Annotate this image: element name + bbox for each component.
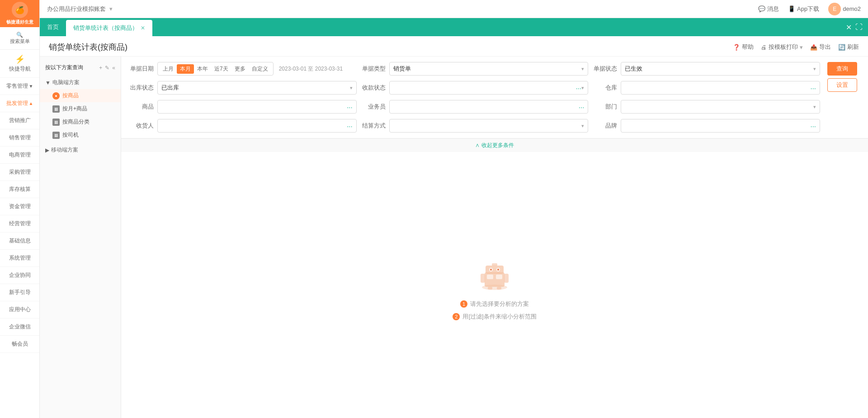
scheme-group-collapse-icon: ▶ — [45, 147, 49, 153]
doc-status-label: 单据状态 — [594, 65, 617, 73]
sidebar-item-app-center[interactable]: 应用中心 — [0, 301, 39, 318]
export-btn[interactable]: 📤 导出 — [810, 43, 831, 51]
date-btn-custom[interactable]: 自定义 — [249, 64, 271, 74]
product-input[interactable]: ··· — [157, 100, 357, 114]
doc-status-select[interactable]: 已生效 ▾ — [621, 62, 820, 76]
filter-salesperson: 业务员 ··· — [362, 100, 589, 114]
tip-text-1: 请先选择要分析的方案 — [470, 300, 529, 308]
scheme-group-pc-title[interactable]: ▼ 电脑端方案 — [40, 76, 121, 89]
filter-warehouse: 仓库 ··· — [594, 81, 820, 95]
scheme-item-icon: ▦ — [52, 105, 60, 113]
receiver-input[interactable]: ··· — [157, 119, 357, 133]
doc-type-dropdown-icon: ▾ — [581, 66, 584, 72]
scheme-item-by-printer[interactable]: ▦ 按司机 — [40, 128, 121, 142]
payment-status-select[interactable]: ··· ▾ — [389, 81, 589, 95]
page-content: 销货单统计表(按商品) ❓ 帮助 🖨 按模板打印 ▾ 📤 导出 🔄 刷新 — [40, 36, 868, 418]
query-area: 单据日期 上月 本月 本年 近7天 更多 自定义 — [121, 57, 868, 418]
help-icon: ❓ — [733, 44, 740, 51]
collapse-bar[interactable]: ∧ 收起更多条件 — [121, 138, 868, 152]
close-tab-icon[interactable]: ✕ — [141, 25, 145, 31]
ops-mgmt-label: 经营管理 — [9, 220, 31, 227]
query-button[interactable]: 查询 — [827, 62, 857, 76]
filter-receiver: 收货人 ··· — [130, 119, 357, 133]
tab-sales-stats[interactable]: 销货单统计表（按商品） ✕ — [66, 20, 152, 36]
scheme-item-by-product[interactable]: ● 按商品 — [40, 89, 121, 102]
sidebar-item-corp-wechat[interactable]: 企业微信 — [0, 318, 39, 336]
empty-state: 1 请先选择要分析的方案 2 用[过滤]条件来缩小分析范围 — [121, 152, 868, 418]
date-btn-more[interactable]: 更多 — [231, 64, 249, 74]
date-btn-this-year[interactable]: 本年 — [194, 64, 211, 74]
user-menu-btn[interactable]: E demo2 — [828, 3, 861, 15]
sidebar-item-basics[interactable]: 基础信息 — [0, 233, 39, 250]
warehouse-label: 仓库 — [594, 84, 617, 92]
receiver-label: 收货人 — [130, 122, 154, 130]
tab-home[interactable]: 首页 — [40, 18, 66, 36]
date-btn-this-month[interactable]: 本月 — [177, 64, 194, 74]
sidebar-item-corp-coop[interactable]: 企业协同 — [0, 267, 39, 284]
warehouse-input[interactable]: ··· — [621, 81, 820, 95]
fullscreen-icon[interactable]: ⛶ — [855, 23, 863, 31]
tip-text-2: 用[过滤]条件来缩小分析范围 — [462, 313, 536, 321]
sidebar-item-sys-mgmt[interactable]: 系统管理 — [0, 250, 39, 267]
payment-status-dropdown-icon: ▾ — [581, 85, 584, 91]
sidebar-item-search[interactable]: 🔍 搜索菜单 — [0, 27, 39, 50]
refresh-btn[interactable]: 🔄 刷新 — [838, 43, 859, 51]
filter-settlement: 结算方式 ▾ — [362, 119, 589, 133]
out-status-select[interactable]: 已出库 ▾ — [157, 81, 357, 95]
scheme-item-by-month-product[interactable]: ▦ 按月+商品 — [40, 102, 121, 115]
sidebar-item-ecommerce[interactable]: 电商管理 — [0, 147, 39, 164]
sales-mgmt-label: 销售管理 — [9, 134, 31, 141]
date-btn-7days[interactable]: 近7天 — [211, 64, 231, 74]
sidebar-item-inventory[interactable]: 库存核算 — [0, 181, 39, 198]
message-icon: 💬 — [758, 5, 765, 12]
close-all-tabs-icon[interactable]: ✕ — [846, 23, 852, 32]
print-btn[interactable]: 🖨 按模板打印 ▾ — [761, 43, 803, 51]
doc-type-value: 销货单 — [393, 65, 582, 73]
edit-scheme-icon[interactable]: ✎ — [105, 65, 109, 71]
sidebar-item-wholesale[interactable]: 批发管理 ▲ — [0, 95, 39, 112]
payment-status-dots: ··· — [576, 84, 582, 92]
print-icon: 🖨 — [761, 44, 767, 51]
settings-button[interactable]: 设置 — [827, 78, 857, 92]
ecommerce-label: 电商管理 — [9, 152, 31, 158]
sidebar-item-new-guide[interactable]: 新手引导 — [0, 284, 39, 301]
sidebar-item-sales-mgmt[interactable]: 销售管理 — [0, 129, 39, 147]
doc-type-select[interactable]: 销货单 ▾ — [389, 62, 589, 76]
sidebar-item-quick-nav[interactable]: ⚡ 快捷导航 — [0, 50, 39, 78]
sidebar-item-member[interactable]: 畅会员 — [0, 336, 39, 353]
sidebar-item-retail[interactable]: 零售管理 ▼ — [0, 78, 39, 95]
filter-doc-type: 单据类型 销货单 ▾ — [362, 62, 589, 76]
collapse-scheme-icon[interactable]: « — [112, 65, 115, 71]
date-btn-last-month[interactable]: 上月 — [160, 64, 177, 74]
new-guide-label: 新手引导 — [9, 289, 31, 295]
sidebar-item-marketing[interactable]: 营销推广 — [0, 112, 39, 129]
add-scheme-icon[interactable]: + — [99, 65, 102, 71]
department-label: 部门 — [594, 103, 617, 111]
scheme-group-mobile-title[interactable]: ▶ 移动端方案 — [40, 143, 121, 157]
scheme-item-icon: ● — [52, 92, 60, 100]
main-area: 办公用品行业模拟账套 ▾ 💬 消息 📱 App下载 E demo2 首页 — [40, 0, 868, 418]
scheme-group-pc: ▼ 电脑端方案 ● 按商品 ▦ 按月+商品 ▦ 按商品分类 — [40, 76, 121, 142]
filter-payment-status: 收款状态 ··· ▾ — [362, 81, 589, 95]
settlement-dropdown-icon: ▾ — [581, 123, 584, 129]
brand-dots: ··· — [810, 122, 816, 130]
receiver-dots: ··· — [347, 122, 353, 130]
sidebar-item-ops-mgmt[interactable]: 经营管理 — [0, 215, 39, 233]
scheme-item-by-product-category[interactable]: ▦ 按商品分类 — [40, 115, 121, 128]
sidebar-item-purchase[interactable]: 采购管理 — [0, 164, 39, 181]
workspace-selector[interactable]: 办公用品行业模拟账套 ▾ — [47, 5, 113, 13]
salesperson-input[interactable]: ··· — [389, 100, 589, 114]
scheme-item-icon: ▦ — [52, 119, 60, 126]
settlement-select[interactable]: ▾ — [389, 119, 589, 133]
purchase-label: 采购管理 — [9, 169, 31, 175]
svg-rect-10 — [481, 274, 485, 283]
refresh-icon: 🔄 — [838, 44, 845, 51]
help-btn[interactable]: ❓ 帮助 — [733, 43, 754, 51]
app-center-label: 应用中心 — [9, 306, 31, 313]
app-download-btn[interactable]: 📱 App下载 — [788, 5, 819, 13]
department-select[interactable]: ▾ — [621, 100, 820, 114]
tip-num-1: 1 — [460, 300, 467, 308]
sidebar-item-finance[interactable]: 资金管理 — [0, 198, 39, 215]
message-btn[interactable]: 💬 消息 — [758, 5, 779, 13]
brand-input[interactable]: ··· — [621, 119, 820, 133]
